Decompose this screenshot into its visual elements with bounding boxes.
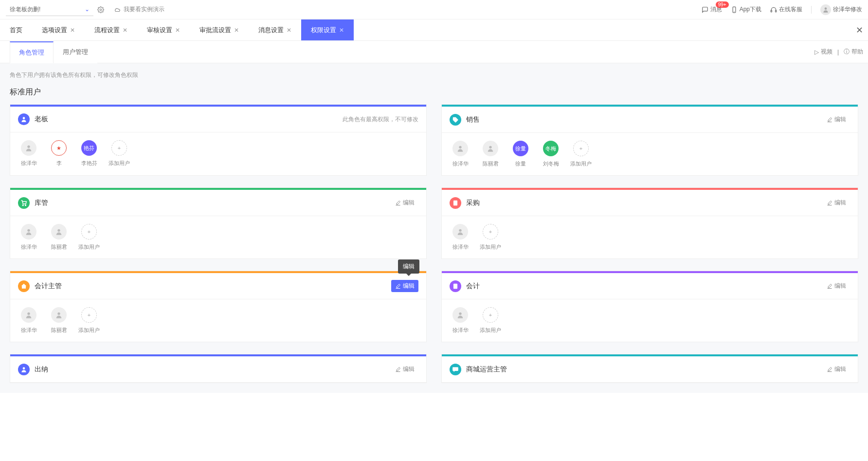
edit-button[interactable]: 编辑 bbox=[823, 113, 850, 126]
add-user-button[interactable]: +添加用户 bbox=[78, 307, 100, 334]
role-icon bbox=[450, 197, 461, 209]
role-icon bbox=[18, 197, 30, 209]
add-user-button[interactable]: +添加用户 bbox=[570, 141, 592, 167]
edit-icon bbox=[827, 117, 832, 123]
card-header-right: 编辑 bbox=[823, 280, 850, 292]
tab-label: 消息设置 bbox=[258, 26, 284, 35]
role-icon bbox=[18, 280, 30, 292]
svg-point-11 bbox=[22, 204, 23, 205]
user-avatar: ★ bbox=[51, 140, 67, 156]
user-name-label: 徐泽华修改 bbox=[833, 5, 862, 14]
card-body: 徐泽华陈丽君+添加用户 bbox=[10, 216, 426, 258]
user-item[interactable]: 徐泽华 bbox=[450, 224, 471, 251]
user-item[interactable]: 陈丽君 bbox=[48, 224, 70, 251]
svg-point-7 bbox=[27, 146, 30, 148]
svg-rect-18 bbox=[454, 203, 456, 204]
user-item[interactable]: 艳芬李艳芬 bbox=[78, 140, 100, 167]
user-name: 徐泽华 bbox=[452, 243, 469, 251]
user-name: 陈丽君 bbox=[51, 243, 67, 251]
user-item[interactable]: 冬梅刘冬梅 bbox=[540, 141, 561, 167]
tab-home[interactable]: 首页 bbox=[0, 19, 32, 40]
user-name: 徐泽华 bbox=[21, 160, 37, 167]
tab-item[interactable]: 消息设置✕ bbox=[249, 19, 301, 40]
user-item[interactable]: 徐量徐量 bbox=[510, 141, 531, 167]
tab-item[interactable]: 选项设置✕ bbox=[32, 19, 85, 40]
tab-item[interactable]: 权限设置✕ bbox=[301, 19, 354, 40]
add-user-button[interactable]: +添加用户 bbox=[480, 224, 501, 251]
edit-button[interactable]: 编辑 bbox=[823, 280, 850, 292]
user-item[interactable]: 徐泽华 bbox=[18, 307, 39, 334]
svg-point-8 bbox=[454, 118, 455, 119]
user-item[interactable]: 徐泽华 bbox=[450, 141, 471, 167]
add-user-button[interactable]: +添加用户 bbox=[78, 224, 100, 251]
close-icon[interactable]: ✕ bbox=[123, 27, 127, 34]
user-item[interactable]: 陈丽君 bbox=[480, 141, 501, 167]
company-select[interactable]: 徐老板勿删! ⌄ bbox=[6, 3, 93, 16]
edit-button[interactable]: 编辑 bbox=[391, 363, 418, 375]
app-download-button[interactable]: App下载 bbox=[731, 5, 761, 14]
svg-point-13 bbox=[27, 229, 30, 232]
edit-icon bbox=[395, 200, 401, 206]
customer-service-button[interactable]: 在线客服 bbox=[770, 5, 802, 14]
user-menu[interactable]: 徐泽华修改 bbox=[820, 4, 862, 15]
svg-point-28 bbox=[455, 287, 455, 288]
help-link[interactable]: ⓘ 帮助 bbox=[844, 48, 863, 56]
edit-button[interactable]: 编辑 bbox=[391, 280, 418, 292]
role-name: 采购 bbox=[466, 199, 480, 207]
edit-button[interactable]: 编辑 bbox=[823, 197, 850, 209]
subtab-user-management[interactable]: 用户管理 bbox=[54, 41, 97, 63]
close-all-tabs-button[interactable]: ✕ bbox=[856, 25, 863, 36]
add-user-button[interactable]: +添加用户 bbox=[480, 307, 501, 334]
customer-service-label: 在线客服 bbox=[779, 5, 802, 14]
svg-point-24 bbox=[454, 286, 455, 287]
role-card: 出纳编辑+添加用户 bbox=[10, 354, 427, 383]
user-item[interactable]: 徐泽华 bbox=[18, 140, 39, 167]
user-item[interactable]: ★李 bbox=[48, 140, 70, 167]
card-header: 销售编辑 bbox=[442, 107, 858, 133]
add-user-label: 添加用户 bbox=[570, 160, 592, 167]
user-item[interactable]: 徐泽华 bbox=[18, 224, 39, 251]
tab-item[interactable]: 流程设置✕ bbox=[85, 19, 137, 40]
edit-button[interactable]: 编辑 bbox=[391, 197, 418, 209]
role-cards-grid: 老板此角色有最高权限，不可修改徐泽华★李艳芬李艳芬+添加用户销售编辑徐泽华陈丽君… bbox=[10, 104, 858, 383]
close-icon[interactable]: ✕ bbox=[287, 27, 291, 34]
add-user-button[interactable]: +添加用户 bbox=[108, 140, 130, 167]
close-icon[interactable]: ✕ bbox=[339, 27, 344, 34]
card-body: 徐泽华陈丽君+添加用户 bbox=[10, 299, 426, 342]
user-name: 刘冬梅 bbox=[543, 160, 559, 167]
tab-item[interactable]: 审批流设置✕ bbox=[190, 19, 249, 40]
demo-link[interactable]: 我要看实例演示 bbox=[114, 5, 164, 14]
topbar: 徐老板勿删! ⌄ 我要看实例演示 消息 99+ App下载 在线客服 bbox=[0, 0, 868, 19]
close-icon[interactable]: ✕ bbox=[70, 27, 75, 34]
svg-point-30 bbox=[459, 313, 461, 315]
card-body: 徐泽华+添加用户 bbox=[442, 216, 858, 258]
close-icon[interactable]: ✕ bbox=[234, 27, 239, 34]
user-item[interactable]: 徐泽华 bbox=[450, 307, 471, 334]
subtab-role-label: 角色管理 bbox=[19, 49, 44, 56]
tabbar: 首页 选项设置✕流程设置✕审核设置✕审批流设置✕消息设置✕权限设置✕ ✕ bbox=[0, 19, 868, 41]
messages-button[interactable]: 消息 99+ bbox=[702, 5, 722, 14]
video-link[interactable]: ▷ 视频 bbox=[814, 48, 832, 56]
play-icon: ▷ bbox=[814, 49, 819, 55]
svg-point-0 bbox=[100, 9, 102, 11]
svg-point-20 bbox=[27, 313, 30, 315]
edit-icon bbox=[827, 367, 832, 372]
chevron-down-icon: ⌄ bbox=[85, 6, 90, 13]
user-name: 徐泽华 bbox=[21, 243, 37, 251]
hint-text: 角色下用户拥有该角色所有权限，可修改角色权限 bbox=[10, 63, 858, 84]
tab-label: 权限设置 bbox=[311, 26, 336, 35]
close-icon[interactable]: ✕ bbox=[175, 27, 180, 34]
role-name: 出纳 bbox=[35, 365, 48, 374]
message-icon bbox=[702, 6, 708, 13]
add-user-label: 添加用户 bbox=[78, 327, 100, 334]
card-body: 徐泽华陈丽君徐量徐量冬梅刘冬梅+添加用户 bbox=[442, 133, 858, 175]
user-item[interactable]: 陈丽君 bbox=[48, 307, 70, 334]
gear-icon[interactable] bbox=[97, 6, 104, 13]
svg-rect-23 bbox=[454, 284, 457, 285]
role-card: 库管编辑徐泽华陈丽君+添加用户 bbox=[10, 187, 427, 259]
add-user-label: 添加用户 bbox=[78, 243, 100, 251]
subtab-role-management[interactable]: 角色管理 bbox=[10, 41, 54, 63]
tab-item[interactable]: 审核设置✕ bbox=[137, 19, 190, 40]
tooltip: 编辑 bbox=[398, 259, 419, 274]
edit-button[interactable]: 编辑 bbox=[823, 363, 850, 375]
